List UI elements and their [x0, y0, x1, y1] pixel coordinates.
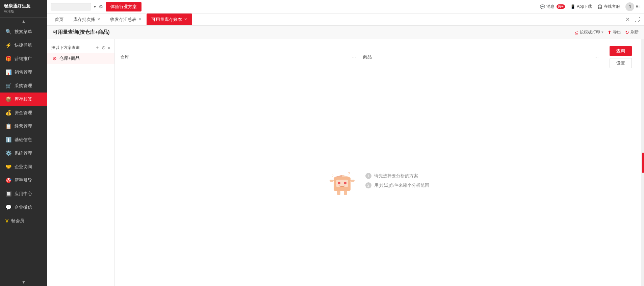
svg-point-3 [344, 182, 346, 184]
phone-icon: 📱 [570, 4, 575, 9]
sidebar-item-app-center[interactable]: 🔲 应用中心 [0, 187, 47, 201]
sidebar-item-system[interactable]: ⚙️ 系统管理 [0, 147, 47, 160]
tip-num-2: 2 [365, 182, 371, 188]
box-icon: 📦 [5, 96, 12, 102]
scheme-icon: ⊛ [53, 56, 57, 61]
filter-panel-title: 按以下方案查询 [51, 45, 80, 51]
product-more-btn[interactable]: ··· [594, 54, 599, 60]
svg-text:?: ? [348, 171, 350, 176]
user-avatar-area[interactable]: R Rit [625, 2, 641, 11]
app-download-item[interactable]: 📱 App下载 [570, 4, 592, 9]
tab-close-btn[interactable]: ✕ [624, 16, 631, 23]
tabs-right-controls: ✕ ⛶ [624, 16, 641, 23]
sidebar-item-shortcuts[interactable]: ⚡ 快捷导航 [0, 38, 47, 52]
tab-close-available-qty[interactable]: ✕ [184, 17, 187, 22]
tab-close-inventory-batch[interactable]: ✕ [97, 17, 100, 22]
wechat-icon: 💬 [5, 204, 12, 210]
topbar-search-input[interactable] [51, 3, 91, 10]
sidebar-scroll-up[interactable]: ▲ [0, 18, 47, 25]
query-area: 仓库 ··· 商品 ··· 查询 设置 [115, 39, 641, 286]
export-icon: ⬆ [608, 30, 612, 35]
handshake-icon: 🤝 [5, 164, 12, 170]
headset-icon: 🎧 [597, 4, 602, 9]
topbar-dropdown[interactable]: ▾ [94, 4, 96, 9]
tab-close-stock-summary[interactable]: ✕ [138, 17, 141, 22]
query-actions: 查询 设置 [606, 43, 636, 71]
sidebar-item-enterprise[interactable]: 🤝 企业协同 [0, 160, 47, 174]
message-item[interactable]: 💬 消息 99+ [540, 4, 565, 9]
svg-rect-4 [337, 191, 340, 195]
empty-tip-1: 1 请先选择要分析的方案 [365, 173, 429, 179]
export-action[interactable]: ⬆ 导出 [608, 29, 621, 35]
refresh-action[interactable]: ↻ 刷新 [625, 29, 639, 35]
page-header: 可用量查询(按仓库+商品) 🖨 按模板打印 ▾ ⬆ 导出 ↻ 刷新 [47, 26, 644, 39]
sidebar-item-marketing[interactable]: 🎁 营销推广 [0, 52, 47, 66]
svg-rect-7 [351, 180, 355, 182]
topbar-gear-icon[interactable]: ⚙ [99, 4, 103, 10]
main-area: ▾ ⚙ 体验行业方案 💬 消息 99+ 📱 App下载 🎧 在线客服 R Rit [47, 0, 644, 286]
sidebar-item-members[interactable]: V 畅会员 [0, 214, 47, 228]
info-icon: ℹ️ [5, 137, 12, 143]
filter-panel: 按以下方案查询 ＋ ⊙ « ⊛ 仓库+商品 [47, 39, 115, 286]
vip-icon: V [5, 218, 8, 224]
warehouse-field: 仓库 ··· [120, 53, 356, 61]
tab-expand-btn[interactable]: ⛶ [633, 17, 641, 23]
gift-icon: 🎁 [5, 56, 12, 62]
online-service-item[interactable]: 🎧 在线客服 [597, 4, 620, 9]
sidebar-item-finance[interactable]: 💰 资金管理 [0, 106, 47, 120]
sidebar-item-search[interactable]: 🔍 搜索菜单 [0, 25, 47, 38]
warehouse-input[interactable] [132, 53, 347, 61]
scheme-name: 仓库+商品 [59, 55, 80, 61]
empty-illustration: ? ? [327, 165, 357, 196]
print-dropdown-icon[interactable]: ▾ [601, 30, 603, 34]
message-badge: 99+ [557, 4, 565, 9]
settings-button[interactable]: 设置 [610, 58, 632, 68]
filter-header-icons: ＋ ⊙ « [95, 45, 110, 51]
sidebar-item-operations[interactable]: 📋 经营管理 [0, 120, 47, 133]
print-icon: 🖨 [574, 30, 578, 35]
sidebar-item-inventory[interactable]: 📦 库存核算 [0, 93, 47, 106]
tab-stock-summary[interactable]: 收发存汇总表 ✕ [105, 14, 147, 25]
settings-scheme-btn[interactable]: ⊙ [102, 45, 106, 50]
sidebar-item-wechat[interactable]: 💬 企业微信 [0, 201, 47, 214]
money-icon: 💰 [5, 110, 12, 116]
add-scheme-btn[interactable]: ＋ [95, 45, 100, 51]
filter-scheme-item[interactable]: ⊛ 仓库+商品 [47, 53, 114, 64]
svg-rect-5 [344, 191, 347, 195]
query-fields: 仓库 ··· 商品 ··· 查询 设置 [115, 39, 641, 75]
search-icon: 🔍 [5, 29, 12, 35]
avatar-initials: R [628, 5, 631, 9]
svg-text:?: ? [332, 174, 334, 178]
sidebar-item-sales[interactable]: 📊 销售管理 [0, 66, 47, 79]
right-scrollbar-track [641, 39, 644, 286]
warehouse-more-btn[interactable]: ··· [352, 54, 356, 60]
sidebar-scroll-down[interactable]: ▼ [0, 279, 47, 286]
query-button[interactable]: 查询 [610, 46, 632, 56]
clipboard-icon: 📋 [5, 123, 12, 129]
gear-icon: ⚙️ [5, 150, 12, 156]
cart-icon: 🛒 [5, 83, 12, 89]
product-input[interactable] [375, 53, 590, 61]
svg-rect-6 [330, 180, 334, 182]
trial-button[interactable]: 体验行业方案 [106, 2, 141, 11]
sidebar-item-purchase[interactable]: 🛒 采购管理 [0, 79, 47, 93]
sidebar-item-guide[interactable]: 🎯 新手引导 [0, 174, 47, 187]
apps-icon: 🔲 [5, 191, 12, 197]
sidebar-item-basic-info[interactable]: ℹ️ 基础信息 [0, 133, 47, 147]
tab-home[interactable]: 首页 [50, 14, 69, 25]
product-label: 商品 [363, 54, 372, 60]
tab-available-qty[interactable]: 可用量库存账本 ✕ [147, 14, 192, 25]
username-label: Rit [636, 4, 641, 9]
page-header-actions: 🖨 按模板打印 ▾ ⬆ 导出 ↻ 刷新 [574, 29, 639, 35]
print-action[interactable]: 🖨 按模板打印 ▾ [574, 29, 603, 35]
empty-tips: 1 请先选择要分析的方案 2 用[过滤]条件来缩小分析范围 [365, 173, 429, 188]
tab-inventory-batch[interactable]: 库存批次账 ✕ [69, 14, 105, 25]
tip-text-2: 用[过滤]条件来缩小分析范围 [374, 182, 429, 188]
collapse-panel-btn[interactable]: « [108, 45, 110, 50]
right-scrollbar-thumb[interactable] [642, 153, 644, 173]
lightning-icon: ⚡ [5, 42, 12, 48]
sidebar: 畅康通好生意 标准版 ▲ 🔍 搜索菜单 ⚡ 快捷导航 🎁 营销推广 📊 销售管理… [0, 0, 47, 286]
avatar: R [625, 2, 634, 11]
empty-state-inner: ? ? 1 请先选择要分析的方案 2 用[过滤]条件来缩小分析范围 [327, 165, 429, 196]
topbar: ▾ ⚙ 体验行业方案 💬 消息 99+ 📱 App下载 🎧 在线客服 R Rit [47, 0, 644, 14]
